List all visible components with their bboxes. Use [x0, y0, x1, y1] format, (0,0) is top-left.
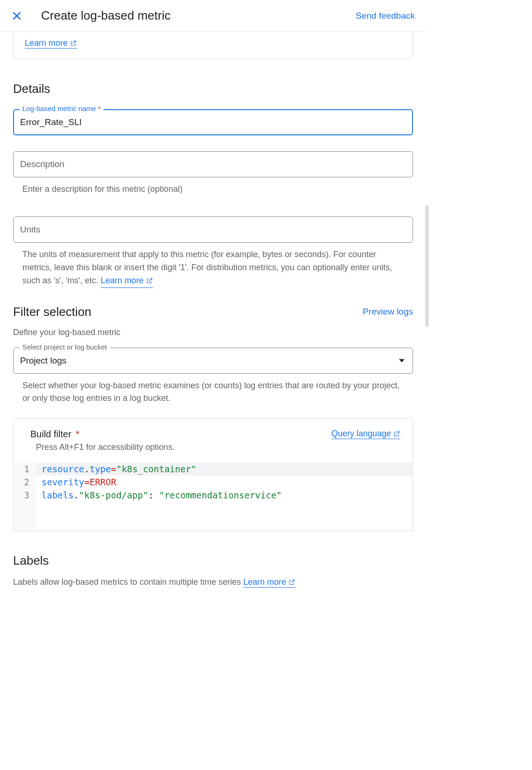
close-icon[interactable]	[11, 10, 22, 21]
vertical-scrollbar[interactable]	[425, 205, 429, 327]
metric-name-label: Log-based metric name *	[20, 105, 104, 112]
build-filter-card: Build filter * Press Alt+F1 for accessib…	[13, 418, 413, 531]
units-input[interactable]	[13, 217, 413, 243]
intro-card-partial: Learn more	[13, 32, 413, 59]
log-bucket-label: Select project or log bucket	[20, 343, 110, 351]
external-link-icon	[70, 40, 77, 47]
units-field[interactable]	[13, 217, 413, 243]
log-bucket-value[interactable]	[13, 348, 413, 374]
send-feedback-link[interactable]: Send feedback	[356, 11, 415, 21]
log-bucket-select[interactable]: Select project or log bucket	[13, 348, 413, 374]
build-filter-sub: Press Alt+F1 for accessibility options.	[30, 442, 175, 452]
filter-code-editor[interactable]: 1 resource.type="k8s_container" 2 severi…	[14, 462, 413, 531]
external-link-icon	[146, 277, 153, 284]
learn-more-link[interactable]: Learn more	[25, 38, 77, 49]
description-help: Enter a description for this metric (opt…	[22, 183, 404, 196]
code-line-1[interactable]: resource.type="k8s_container"	[36, 462, 196, 476]
labels-text: Labels allow log-based metrics to contai…	[13, 577, 413, 588]
code-line-3[interactable]: labels."k8s-pod/app": "recommendationser…	[36, 489, 282, 502]
description-input[interactable]	[13, 151, 413, 177]
page-title: Create log-based metric	[41, 8, 356, 23]
panel-header: Create log-based metric Send feedback	[0, 0, 426, 32]
preview-logs-link[interactable]: Preview logs	[363, 307, 413, 317]
external-link-icon	[393, 430, 400, 437]
build-filter-title: Build filter *	[30, 429, 175, 440]
units-learn-more-link[interactable]: Learn more	[101, 274, 153, 288]
gutter-line-1: 1	[14, 462, 36, 476]
code-line-2[interactable]: severity=ERROR	[36, 476, 116, 489]
log-bucket-help: Select whether your log-based metric exa…	[22, 379, 404, 406]
learn-more-label: Learn more	[25, 38, 68, 48]
query-language-link[interactable]: Query language	[331, 429, 400, 439]
labels-learn-more-link[interactable]: Learn more	[243, 577, 295, 588]
external-link-icon	[288, 579, 295, 586]
units-help: The units of measurement that apply to t…	[22, 248, 404, 288]
filter-subtitle: Define your log-based metric	[13, 328, 413, 337]
description-field[interactable]	[13, 151, 413, 177]
filter-heading: Filter selection	[13, 305, 91, 319]
labels-heading: Labels	[13, 553, 413, 568]
gutter-line-3: 3	[14, 489, 36, 502]
gutter-line-2: 2	[14, 476, 36, 489]
metric-name-input[interactable]	[13, 109, 413, 135]
details-heading: Details	[13, 82, 413, 96]
metric-name-field[interactable]: Log-based metric name *	[13, 109, 413, 135]
